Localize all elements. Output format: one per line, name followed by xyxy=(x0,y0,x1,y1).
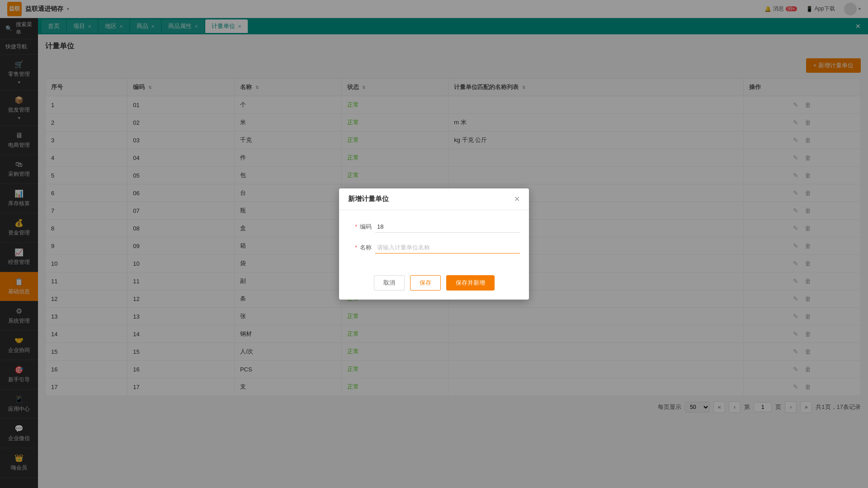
code-label: * 编码 xyxy=(348,223,375,231)
save-button[interactable]: 保存 xyxy=(410,275,441,291)
add-unit-modal: 新增计量单位 ✕ * 编码 * 名称 取消 保存 保存并新增 xyxy=(339,188,529,300)
modal-title: 新增计量单位 xyxy=(348,195,389,203)
modal-body: * 编码 * 名称 xyxy=(339,210,529,270)
form-row-code: * 编码 xyxy=(348,221,520,233)
cancel-button[interactable]: 取消 xyxy=(374,275,405,291)
save-and-new-button[interactable]: 保存并新增 xyxy=(446,275,495,291)
modal-overlay[interactable]: 新增计量单位 ✕ * 编码 * 名称 取消 保存 保存并新增 xyxy=(0,0,868,488)
required-star-name: * xyxy=(355,244,357,251)
name-input[interactable] xyxy=(375,242,520,253)
modal-footer: 取消 保存 保存并新增 xyxy=(339,270,529,300)
modal-header: 新增计量单位 ✕ xyxy=(339,188,529,210)
code-input[interactable] xyxy=(375,221,520,233)
required-star: * xyxy=(355,223,357,230)
name-label: * 名称 xyxy=(348,244,375,252)
form-row-name: * 名称 xyxy=(348,242,520,253)
modal-close-button[interactable]: ✕ xyxy=(514,195,520,203)
